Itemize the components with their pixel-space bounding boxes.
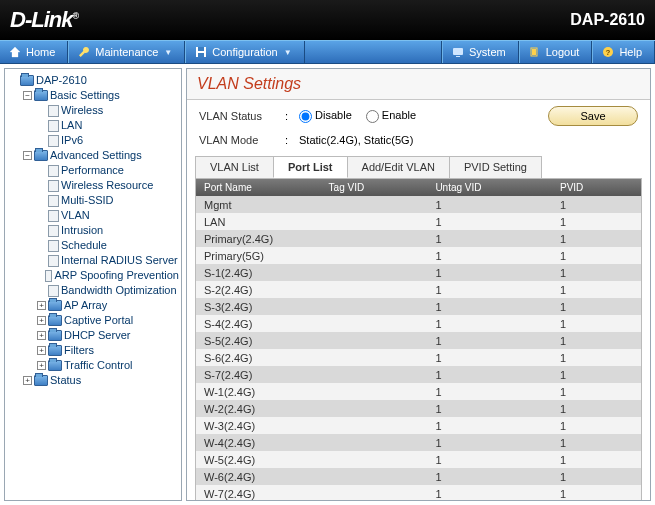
- tree-expand-icon[interactable]: +: [37, 301, 46, 310]
- home-icon: [8, 45, 22, 59]
- menu-maintenance[interactable]: Maintenance ▼: [68, 41, 185, 63]
- tree-captive-label: Captive Portal: [64, 313, 133, 328]
- tree-status[interactable]: + Status: [23, 373, 179, 388]
- tree-advanced-settings[interactable]: − Advanced Settings: [23, 148, 179, 163]
- chevron-down-icon: ▼: [284, 48, 292, 57]
- folder-icon: [48, 330, 62, 341]
- tree-wireless-resource[interactable]: Wireless Resource: [37, 178, 179, 193]
- table-row: S-1(2.4G)11: [196, 264, 641, 281]
- tab-pvid-setting[interactable]: PVID Setting: [449, 156, 542, 178]
- col-tag-vid: Tag VID: [321, 179, 428, 196]
- tree-toggle-icon: [9, 76, 18, 85]
- tree-arp[interactable]: ARP Spoofing Prevention: [37, 268, 179, 283]
- tree-radius[interactable]: Internal RADIUS Server: [37, 253, 179, 268]
- tree-captive[interactable]: +Captive Portal: [37, 313, 179, 328]
- enable-label: Enable: [382, 109, 416, 121]
- tree-collapse-icon[interactable]: −: [23, 151, 32, 160]
- radio-disable[interactable]: [299, 110, 312, 123]
- tree-expand-icon[interactable]: +: [37, 331, 46, 340]
- folder-icon: [34, 90, 48, 101]
- tree-ipv6[interactable]: IPv6: [37, 133, 179, 148]
- cell-pvid: 1: [552, 315, 641, 332]
- cell-pvid: 1: [552, 366, 641, 383]
- tree-ap-array[interactable]: +AP Array: [37, 298, 179, 313]
- radio-enable[interactable]: [366, 110, 379, 123]
- tree-traffic[interactable]: +Traffic Control: [37, 358, 179, 373]
- cell-pvid: 1: [552, 247, 641, 264]
- chevron-down-icon: ▼: [164, 48, 172, 57]
- tree-vlan[interactable]: VLAN: [37, 208, 179, 223]
- cell-port: W-5(2.4G): [196, 451, 321, 468]
- tree-lan[interactable]: LAN: [37, 118, 179, 133]
- menu-spacer: [305, 41, 442, 63]
- file-icon: [48, 255, 59, 267]
- tree-expand-icon[interactable]: +: [37, 316, 46, 325]
- tab-port-list[interactable]: Port List: [273, 156, 348, 178]
- cell-untag: 1: [427, 247, 552, 264]
- cell-port: Primary(2.4G): [196, 230, 321, 247]
- menu-home-label: Home: [26, 46, 55, 58]
- tree-intrusion[interactable]: Intrusion: [37, 223, 179, 238]
- menu-configuration[interactable]: Configuration ▼: [185, 41, 304, 63]
- tree-filters[interactable]: +Filters: [37, 343, 179, 358]
- tree-performance[interactable]: Performance: [37, 163, 179, 178]
- tree-filters-label: Filters: [64, 343, 94, 358]
- tree-root-label: DAP-2610: [36, 73, 87, 88]
- cell-untag: 1: [427, 315, 552, 332]
- folder-icon: [48, 300, 62, 311]
- cell-pvid: 1: [552, 468, 641, 485]
- cell-untag: 1: [427, 485, 552, 501]
- tree-status-label: Status: [50, 373, 81, 388]
- cell-pvid: 1: [552, 349, 641, 366]
- table-row: S-3(2.4G)11: [196, 298, 641, 315]
- file-icon: [48, 285, 59, 297]
- tree-collapse-icon[interactable]: −: [23, 91, 32, 100]
- cell-untag: 1: [427, 400, 552, 417]
- svg-rect-6: [532, 49, 536, 55]
- table-row: W-3(2.4G)11: [196, 417, 641, 434]
- vlan-status-disable[interactable]: Disable: [299, 109, 352, 123]
- tree-expand-icon[interactable]: +: [37, 361, 46, 370]
- cell-port: S-5(2.4G): [196, 332, 321, 349]
- cell-port: W-2(2.4G): [196, 400, 321, 417]
- table-row: LAN11: [196, 213, 641, 230]
- menu-logout[interactable]: Logout: [519, 41, 593, 63]
- tree-bandwidth-label: Bandwidth Optimization: [61, 283, 177, 298]
- tree-multi-ssid[interactable]: Multi-SSID: [37, 193, 179, 208]
- cell-port: LAN: [196, 213, 321, 230]
- tree-wireless[interactable]: Wireless: [37, 103, 179, 118]
- cell-pvid: 1: [552, 298, 641, 315]
- tab-vlan-list[interactable]: VLAN List: [195, 156, 274, 178]
- tree-schedule[interactable]: Schedule: [37, 238, 179, 253]
- tree-basic-settings[interactable]: − Basic Settings: [23, 88, 179, 103]
- tree-lan-label: LAN: [61, 118, 82, 133]
- menu-system[interactable]: System: [442, 41, 519, 63]
- tree-root[interactable]: DAP-2610: [9, 73, 179, 88]
- menu-help[interactable]: ? Help: [592, 41, 655, 63]
- table-row: S-7(2.4G)11: [196, 366, 641, 383]
- cell-untag: 1: [427, 366, 552, 383]
- tree-advanced-label: Advanced Settings: [50, 148, 142, 163]
- file-icon: [48, 240, 59, 252]
- file-icon: [48, 225, 59, 237]
- menu-home[interactable]: Home: [0, 41, 68, 63]
- cell-untag: 1: [427, 417, 552, 434]
- tab-bar: VLAN List Port List Add/Edit VLAN PVID S…: [195, 156, 642, 178]
- tree-bandwidth[interactable]: Bandwidth Optimization: [37, 283, 179, 298]
- save-button[interactable]: Save: [548, 106, 638, 126]
- tab-add-edit-vlan[interactable]: Add/Edit VLAN: [347, 156, 450, 178]
- menu-maintenance-label: Maintenance: [95, 46, 158, 58]
- table-row: Mgmt11: [196, 196, 641, 213]
- folder-icon: [48, 315, 62, 326]
- cell-tag: [321, 264, 428, 281]
- tree-performance-label: Performance: [61, 163, 124, 178]
- table-header-row: Port Name Tag VID Untag VID PVID: [196, 179, 641, 196]
- vlan-status-enable[interactable]: Enable: [366, 109, 416, 123]
- tree-expand-icon[interactable]: +: [37, 346, 46, 355]
- cell-pvid: 1: [552, 417, 641, 434]
- cell-untag: 1: [427, 213, 552, 230]
- tree-dhcp[interactable]: +DHCP Server: [37, 328, 179, 343]
- folder-icon: [34, 375, 48, 386]
- tree-expand-icon[interactable]: +: [23, 376, 32, 385]
- table-row: S-2(2.4G)11: [196, 281, 641, 298]
